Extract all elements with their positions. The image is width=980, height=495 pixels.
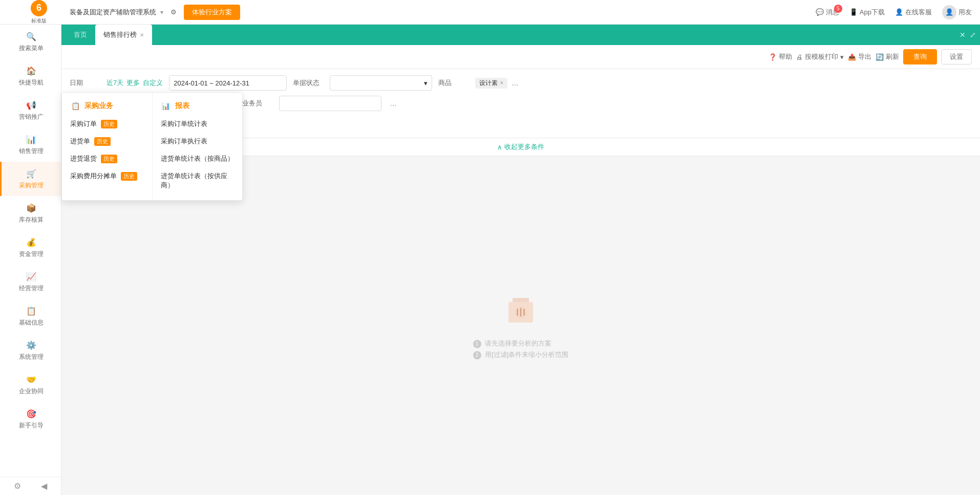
message-icon: 💬 — [816, 8, 824, 16]
sidebar-item-quick-nav[interactable]: 🏠 快捷导航 — [0, 59, 61, 93]
sidebar-bottom: ⚙ ◀ — [0, 477, 61, 495]
sidebar-item-guide[interactable]: 🎯 新手引导 — [0, 402, 61, 436]
sidebar-label-search: 搜索菜单 — [19, 44, 44, 53]
date-range-input[interactable] — [169, 75, 287, 91]
date-shortcut-custom[interactable]: 自定义 — [143, 78, 163, 88]
sidebar-item-marketing[interactable]: 📢 营销推广 — [0, 93, 61, 127]
collapse-arrow-icon: ∧ — [497, 143, 502, 151]
query-btn[interactable]: 查询 — [903, 49, 937, 64]
base-info-icon: 📋 — [26, 305, 37, 316]
message-badge: 5 — [834, 5, 842, 13]
goods-label: 商品 — [438, 78, 469, 88]
inventory-icon: 📦 — [26, 202, 37, 213]
guide-icon: 🎯 — [26, 408, 37, 419]
tab-close-icon[interactable]: ✕ — [140, 32, 144, 38]
salesperson-select[interactable] — [279, 96, 381, 111]
enterprise-icon: 🤝 — [26, 374, 37, 385]
sidebar-label-enterprise: 企业协同 — [19, 387, 44, 396]
top-right: 💬 消息 5 📱 App下载 👤 在线客服 👤 用友 — [816, 5, 972, 19]
sidebar-item-finance[interactable]: 💰 资金管理 — [0, 230, 61, 265]
goods-filter: 设计素 × ... — [475, 78, 520, 89]
empty-tip-2: 2 用[过滤]条件来缩小分析范围 — [473, 350, 569, 359]
sidebar-item-base-info[interactable]: 📋 基础信息 — [0, 299, 61, 333]
sidebar-label-quick-nav: 快捷导航 — [19, 78, 44, 87]
logo-subtitle: 标准版 — [31, 17, 47, 25]
settings-btn[interactable]: 设置 — [941, 49, 972, 64]
sales-icon: 📊 — [26, 134, 37, 145]
print-dropdown-icon: ▾ — [840, 53, 844, 61]
filter-section: 日期 近7天 更多 自定义 单据状态 ▾ 商品 — [61, 69, 980, 138]
sidebar-item-enterprise[interactable]: 🤝 企业协同 — [0, 368, 61, 402]
sidebar-settings-btn[interactable]: ⚙ — [14, 481, 21, 491]
date-shortcut-7d[interactable]: 近7天 — [106, 78, 123, 88]
status-label: 单据状态 — [293, 78, 324, 88]
empty-illustration — [500, 290, 541, 331]
tab-home[interactable]: 首页 — [66, 25, 95, 45]
export-btn[interactable]: 📤 导出 — [848, 52, 871, 61]
sidebar-item-inventory[interactable]: 📦 库存核算 — [0, 196, 61, 230]
goods-tag: 设计素 × — [475, 78, 507, 89]
help-btn[interactable]: ❓ 帮助 — [769, 52, 792, 61]
date-shortcuts[interactable]: 近7天 更多 自定义 — [106, 78, 163, 88]
main-layout: 🔍 搜索菜单 🏠 快捷导航 📢 营销推广 📊 销售管理 🛒 采购管理 📦 库存核… — [0, 25, 980, 495]
rank-dropdown-icon: ▾ — [201, 100, 204, 107]
user-avatar[interactable]: 👤 用友 — [942, 5, 972, 19]
salesperson-label: 业务员 — [242, 99, 273, 108]
export-icon: 📤 — [848, 53, 856, 61]
rank-dots[interactable]: ... — [215, 99, 226, 108]
logo-icon: 6 — [31, 0, 47, 16]
date-shortcut-more[interactable]: 更多 — [126, 78, 140, 88]
home-icon: 🏠 — [26, 65, 37, 76]
goods-tag-close[interactable]: × — [500, 79, 503, 87]
sidebar-label-guide: 新手引导 — [19, 421, 44, 430]
tab-window-expand[interactable]: ⤢ — [970, 31, 976, 39]
purchase-icon: 🛒 — [26, 168, 37, 179]
sidebar-label-base-info: 基础信息 — [19, 318, 44, 327]
sidebar-label-purchase: 采购管理 — [19, 181, 44, 190]
collapse-filter-btn[interactable]: ∧ 收起更多条件 — [61, 138, 980, 156]
settings-icon[interactable]: ⚙ — [167, 6, 180, 18]
customer-label: 客户 — [70, 119, 100, 128]
sidebar-item-operations[interactable]: 📈 经营管理 — [0, 265, 61, 299]
customer-dots[interactable]: ... — [215, 119, 226, 128]
status-dropdown-icon: ▾ — [424, 79, 428, 87]
sidebar-label-marketing: 营销推广 — [19, 113, 44, 121]
app-download-btn[interactable]: 📱 App下载 — [849, 8, 885, 17]
top-header: 6 标准版 装备及固定资产辅助管理系统 ▾ ⚙ 体验行业方案 💬 消息 5 📱 … — [0, 0, 980, 25]
status-select[interactable]: ▾ — [330, 75, 432, 91]
rank-value: 金额 — [111, 99, 124, 108]
sidebar: 🔍 搜索菜单 🏠 快捷导航 📢 营销推广 📊 销售管理 🛒 采购管理 📦 库存核… — [0, 25, 61, 495]
empty-tip-1: 1 请先选择要分析的方案 — [473, 339, 569, 348]
sidebar-item-system[interactable]: ⚙️ 系统管理 — [0, 333, 61, 368]
sidebar-label-finance: 资金管理 — [19, 250, 44, 259]
rank-select[interactable]: 金额 ▾ — [106, 96, 209, 111]
sidebar-label-operations: 经营管理 — [19, 284, 44, 293]
online-service-btn[interactable]: 👤 在线客服 — [895, 8, 932, 17]
sidebar-collapse-btn[interactable]: ◀ — [41, 481, 47, 491]
customer-select[interactable] — [106, 116, 209, 132]
messages-btn[interactable]: 💬 消息 5 — [816, 8, 839, 17]
empty-state: 1 请先选择要分析的方案 2 用[过滤]条件来缩小分析范围 — [61, 156, 980, 495]
industry-btn[interactable]: 体验行业方案 — [184, 5, 240, 20]
sidebar-label-inventory: 库存核算 — [19, 216, 44, 224]
operations-icon: 📈 — [26, 271, 37, 282]
print-btn[interactable]: 🖨 按模板打印 ▾ — [796, 52, 844, 61]
print-icon: 🖨 — [796, 53, 803, 61]
help-icon: ❓ — [769, 53, 777, 61]
goods-dots[interactable]: ... — [509, 78, 520, 88]
refresh-btn[interactable]: 🔄 刷新 — [876, 52, 899, 61]
sidebar-item-sales[interactable]: 📊 销售管理 — [0, 127, 61, 162]
salesperson-dots[interactable]: ... — [388, 99, 398, 108]
system-icon: ⚙️ — [26, 339, 37, 351]
svg-rect-1 — [513, 298, 529, 302]
tab-sales-ranking[interactable]: 销售排行榜 ✕ — [95, 25, 152, 45]
tab-bar: 首页 销售排行榜 ✕ ✕ ⤢ — [61, 25, 980, 45]
service-icon: 👤 — [895, 8, 903, 16]
system-title-area: 装备及固定资产辅助管理系统 ▾ ⚙ 体验行业方案 — [70, 5, 816, 20]
sidebar-item-purchase[interactable]: 🛒 采购管理 — [0, 162, 61, 196]
filter-row-2: 排名项目 金额 ▾ ... 业务员 ... — [70, 96, 972, 111]
title-dropdown-icon[interactable]: ▾ — [160, 9, 163, 16]
sidebar-item-search[interactable]: 🔍 搜索菜单 — [0, 25, 61, 59]
tab-window-close[interactable]: ✕ — [960, 31, 966, 39]
filter-row-3: 客户 ... — [70, 116, 972, 132]
